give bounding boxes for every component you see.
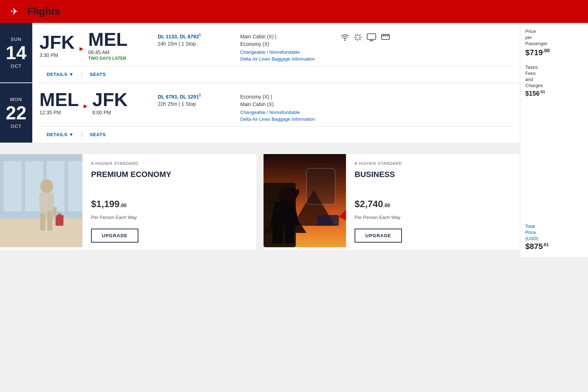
svg-rect-25 (272, 222, 283, 244)
date-badge-2: MON 22 OCT (0, 83, 32, 143)
origin-time-2: 12:35 PM (39, 110, 79, 115)
upgrade-price-business: $2,740.00 (355, 199, 402, 210)
origin-code-1: JFK (39, 33, 75, 52)
meal-icon (381, 33, 390, 43)
upgrade-card-premium: A HIGHER STANDARD PREMIUM ECONOMY $1,199… (0, 154, 256, 250)
flight-info-1: JFK 3:30 PM ► MEL 06:45 AM TWO DAYS LATE… (32, 23, 520, 82)
price-per-value: $719.00 (525, 48, 583, 57)
destination-2: JFK 8:00 PM (93, 90, 128, 115)
day-name-2: MON (10, 97, 22, 102)
baggage-link-2[interactable]: Delta Air Lines Baggage Information (240, 116, 330, 122)
svg-point-10 (40, 179, 53, 193)
amenities-1 (341, 33, 394, 43)
baggage-link-1[interactable]: Delta Air Lines Baggage Information (240, 56, 330, 62)
upgrade-class-business: BUSINESS (355, 170, 402, 179)
month-1: OCT (11, 63, 22, 69)
flights-area: SUN 14 OCT JFK 3:30 PM ► MEL 06:45 AM (0, 23, 520, 257)
svg-point-0 (345, 40, 345, 40)
premium-person-svg (0, 154, 82, 247)
svg-rect-23 (307, 168, 335, 204)
origin-1: JFK 3:30 PM (39, 33, 75, 58)
upgrade-price-premium: $1,199.00 (91, 199, 171, 210)
upgrade-card-business: A HIGHER STANDARD BUSINESS $2,740.00 Per… (264, 154, 520, 250)
flight-numbers-1: DL 1133, DL 67921 (158, 33, 229, 39)
upgrade-image-business (264, 154, 346, 247)
power-icon (354, 33, 362, 43)
dest-code-2: JFK (93, 90, 128, 109)
total-value: $875.61 (525, 242, 583, 251)
screen-icon (366, 33, 376, 43)
dest-note-1: TWO DAYS LATER (88, 56, 128, 61)
dest-time-2: 8:00 PM (93, 110, 128, 115)
destination-1: MEL 06:45 AM TWO DAYS LATER (88, 30, 128, 61)
cabin-col-2: Economy (X) | Main Cabin (X) Changeable … (240, 90, 330, 122)
flight-info-2: MEL 12:35 PM ► JFK 8:00 PM DL 6793, DL 1… (32, 83, 520, 143)
svg-rect-15 (58, 213, 61, 216)
cabin-class-1: Main Cabin (X) | Economy (X) (240, 33, 330, 48)
upgrade-standard-business: A HIGHER STANDARD (355, 161, 402, 166)
upgrade-content-premium: A HIGHER STANDARD PREMIUM ECONOMY $1,199… (82, 154, 180, 250)
flight-numbers-2: DL 6793, DL 12911 (158, 93, 229, 100)
seats-button-2[interactable]: SEATS (90, 132, 106, 137)
flight-duration-1: 24h 15m | 1 Stop (158, 41, 229, 47)
wifi-icon (341, 33, 349, 43)
arrow-1: ► (78, 45, 85, 53)
svg-rect-5 (4, 161, 22, 211)
price-panel: PriceperPassenger $719.00 Taxes,FeesandC… (520, 23, 588, 257)
upgrade-content-business: A HIGHER STANDARD BUSINESS $2,740.00 Per… (346, 154, 411, 250)
svg-rect-8 (68, 161, 82, 211)
svg-point-27 (296, 189, 299, 193)
flights-icon: ✈ (7, 4, 22, 19)
price-per-label: PriceperPassenger (525, 29, 583, 47)
changeable-link-2[interactable]: Changeable / Nonrefundable (240, 110, 330, 115)
upgrade-button-business[interactable]: UPGRADE (355, 229, 402, 243)
total-label: TotalPrice(USD) (525, 224, 583, 242)
route-row-1: JFK 3:30 PM ► MEL 06:45 AM TWO DAYS LATE… (39, 30, 513, 62)
day-name-1: SUN (11, 37, 22, 42)
svg-rect-26 (285, 222, 294, 244)
svg-rect-14 (56, 215, 63, 226)
date-badge-1: SUN 14 OCT (0, 23, 32, 82)
flight-details-col-2: DL 6793, DL 12911 22h 25m | 1 Stop (158, 90, 229, 107)
dest-time-1: 06:45 AM (88, 49, 128, 55)
svg-rect-1 (367, 34, 376, 39)
month-2: OCT (11, 124, 22, 129)
svg-rect-16 (53, 207, 57, 217)
cabin-col-1: Main Cabin (X) | Economy (X) Changeable … (240, 30, 330, 62)
taxes-label: Taxes,FeesandCharges (525, 64, 583, 89)
upgrade-button-premium[interactable]: UPGRADE (91, 229, 138, 243)
page-header: ✈ Flights (0, 0, 588, 23)
upgrade-image-premium (0, 154, 82, 247)
flight-details-col-1: DL 1133, DL 67921 24h 15m | 1 Stop (158, 30, 229, 47)
upgrade-class-premium: PREMIUM ECONOMY (91, 170, 171, 179)
upgrade-per-premium: Per Person Each Way (91, 215, 171, 220)
dest-code-1: MEL (88, 30, 128, 49)
details-button-1[interactable]: DETAILS ▼ (47, 72, 74, 77)
taxes-value: $156.61 (525, 90, 583, 97)
svg-rect-13 (47, 211, 52, 231)
route-airports-2: MEL 12:35 PM ► JFK 8:00 PM (39, 90, 147, 115)
details-button-2[interactable]: DETAILS ▼ (47, 132, 74, 137)
origin-code-2: MEL (39, 90, 79, 109)
flight-card-1: SUN 14 OCT JFK 3:30 PM ► MEL 06:45 AM (0, 23, 520, 82)
flight-card-2: MON 22 OCT MEL 12:35 PM ► JFK 8:00 PM (0, 83, 520, 143)
origin-time-1: 3:30 PM (39, 52, 75, 58)
details-bar-1: DETAILS ▼ | SEATS (39, 66, 513, 82)
main-container: SUN 14 OCT JFK 3:30 PM ► MEL 06:45 AM (0, 23, 588, 257)
day-num-2: 22 (6, 104, 27, 122)
upgrade-section: A HIGHER STANDARD PREMIUM ECONOMY $1,199… (0, 143, 520, 257)
changeable-link-1[interactable]: Changeable / Nonrefundable (240, 49, 330, 55)
upgrade-standard-premium: A HIGHER STANDARD (91, 161, 171, 166)
business-scene-svg (264, 154, 346, 247)
page-title: Flights (27, 6, 60, 17)
details-bar-2: DETAILS ▼ | SEATS (39, 126, 513, 143)
svg-rect-12 (40, 213, 45, 231)
day-num-1: 14 (6, 43, 27, 62)
seats-button-1[interactable]: SEATS (90, 72, 106, 77)
route-airports-1: JFK 3:30 PM ► MEL 06:45 AM TWO DAYS LATE… (39, 30, 147, 61)
arrow-2: ► (82, 102, 89, 110)
cabin-class-2: Economy (X) | Main Cabin (X) (240, 93, 330, 108)
route-row-2: MEL 12:35 PM ► JFK 8:00 PM DL 6793, DL 1… (39, 90, 513, 122)
svg-rect-20 (317, 215, 339, 226)
flight-duration-2: 22h 25m | 1 Stop (158, 101, 229, 107)
